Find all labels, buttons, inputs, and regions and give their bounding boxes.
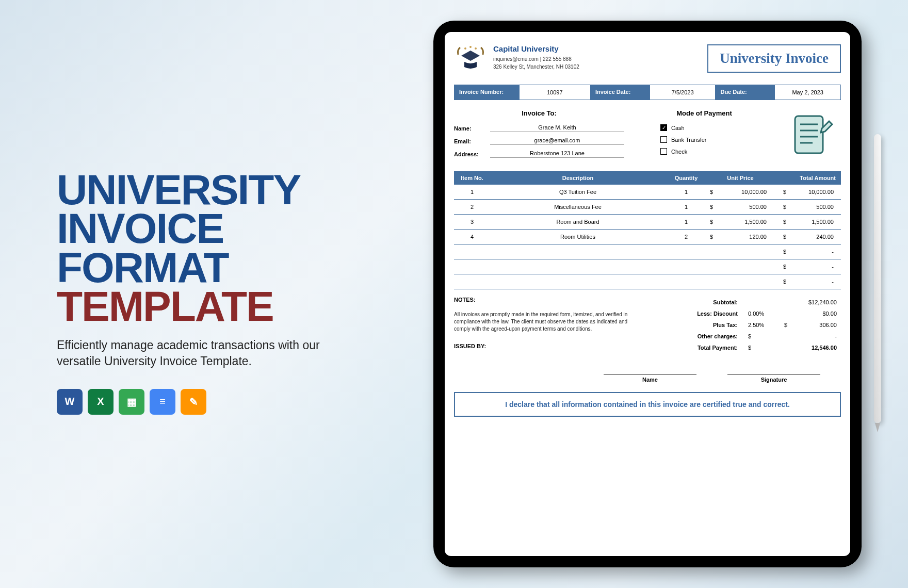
table-row: 4Room Utilities2$120.00$240.00 (454, 230, 841, 244)
other-charges-label: Other charges: (640, 333, 748, 339)
total-payment-value: 12,546.00 (784, 345, 841, 351)
checkbox-icon[interactable]: ✓ (660, 124, 667, 131)
cell-total: $10,000.00 (774, 185, 841, 199)
cell-unit-price: $10,000.00 (707, 185, 774, 199)
cell-item-no: 3 (454, 215, 490, 229)
cell-quantity: 1 (666, 200, 707, 214)
excel-icon: X (88, 389, 113, 415)
tax-label: Plus Tax: (640, 322, 748, 328)
cell-total: $500.00 (774, 200, 841, 214)
billto-address-value: Roberstone 123 Lane (490, 150, 624, 158)
total-currency: $ (748, 345, 784, 351)
cell-total-empty: $- (774, 274, 841, 289)
stylus-icon (874, 134, 881, 423)
cell-quantity: 1 (666, 185, 707, 199)
cell-item-no: 2 (454, 200, 490, 214)
table-row: 2Miscellaneous Fee1$500.00$500.00 (454, 200, 841, 215)
invoice-meta-bar: Invoice Number: 10097 Invoice Date: 7/5/… (454, 85, 841, 100)
format-icons-row: W X ▦ ≡ ✎ (57, 389, 335, 415)
svg-rect-3 (795, 116, 823, 153)
svg-point-2 (475, 47, 477, 50)
subtotal-value: $12,240.00 (784, 299, 841, 305)
cell-item-no: 4 (454, 230, 490, 244)
table-row-empty: $- (454, 259, 841, 274)
cell-description: Q3 Tuition Fee (490, 185, 666, 199)
tablet-frame: Capital University inquiries@cmu.com | 2… (433, 21, 862, 567)
word-icon: W (57, 389, 83, 415)
promo-title-line-3: FORMAT (57, 248, 335, 287)
invoice-date-value: 7/5/2023 (650, 85, 716, 100)
payment-option[interactable]: ✓Cash (660, 124, 774, 131)
payment-option-label: Cash (671, 125, 685, 131)
invoice-number-label: Invoice Number: (454, 85, 520, 100)
col-total: Total Amount (774, 171, 841, 185)
payment-option-label: Bank Transfer (671, 137, 706, 143)
billto-name-label: Name: (454, 125, 490, 132)
invoice-number-value: 10097 (520, 85, 590, 100)
invoice-document: Capital University inquiries@cmu.com | 2… (445, 32, 850, 556)
billto-email-value: grace@email.com (490, 137, 624, 145)
notes-text: All invoices are promptly made in the re… (454, 311, 630, 333)
table-row: 1Q3 Tuition Fee1$10,000.00$10,000.00 (454, 185, 841, 200)
subtotal-label: Subtotal: (640, 299, 748, 305)
cell-quantity: 1 (666, 215, 707, 229)
cell-quantity: 2 (666, 230, 707, 244)
cell-item-no: 1 (454, 185, 490, 199)
cell-unit-price: $1,500.00 (707, 215, 774, 229)
document-pencil-icon (784, 109, 841, 163)
notes-title: NOTES: (454, 297, 630, 303)
discount-label: Less: Discount (640, 311, 748, 317)
invoice-to-title: Invoice To: (454, 109, 624, 117)
col-quantity: Quantity (666, 171, 707, 185)
invoice-date-label: Invoice Date: (590, 85, 650, 100)
promo-title-line-1: UNIVERSITY (57, 170, 335, 209)
col-description: Description (490, 171, 666, 185)
invoice-title: University Invoice (707, 44, 841, 73)
cell-total-empty: $- (774, 259, 841, 274)
billto-name-value: Grace M. Keith (490, 124, 624, 132)
payment-mode-title: Mode of Payment (635, 109, 774, 117)
cell-unit-price: $500.00 (707, 200, 774, 214)
cell-total: $1,500.00 (774, 215, 841, 229)
other-value: - (784, 333, 841, 339)
discount-pct: 0.00% (748, 311, 784, 317)
docs-icon: ≡ (150, 389, 175, 415)
svg-point-1 (469, 46, 472, 48)
cell-unit-price: $120.00 (707, 230, 774, 244)
cell-description: Room Utilities (490, 230, 666, 244)
sheets-icon: ▦ (119, 389, 144, 415)
payment-option[interactable]: Bank Transfer (660, 136, 774, 143)
org-contact: inquiries@cmu.com | 222 555 888 (493, 55, 701, 63)
payment-option-label: Check (671, 149, 687, 155)
payment-option[interactable]: Check (660, 148, 774, 155)
org-address: 326 Kelley St, Manchester, NH 03102 (493, 63, 701, 71)
signature-label: Signature (727, 374, 820, 383)
table-row-empty: $- (454, 274, 841, 289)
tax-pct: 2.50% (748, 322, 784, 328)
checkbox-icon[interactable] (660, 148, 667, 155)
signature-name-label: Name (604, 374, 696, 383)
total-payment-label: Total Payment: (640, 345, 748, 351)
other-currency: $ (748, 333, 784, 339)
cell-description: Room and Board (490, 215, 666, 229)
tax-value: 306.00 (819, 322, 837, 328)
promo-title-line-2: INVOICE (57, 209, 335, 248)
issued-by-label: ISSUED BY: (454, 343, 630, 349)
table-row-empty: $- (454, 244, 841, 259)
promo-panel: UNIVERSITY INVOICE FORMAT TEMPLATE Effic… (57, 170, 335, 415)
declaration-text: I declare that all information contained… (454, 392, 841, 417)
discount-value: $0.00 (784, 311, 841, 317)
pages-icon: ✎ (181, 389, 206, 415)
checkbox-icon[interactable] (660, 136, 667, 143)
billto-address-label: Address: (454, 151, 490, 157)
university-logo-icon (454, 44, 487, 77)
due-date-label: Due Date: (715, 85, 775, 100)
cell-total-empty: $- (774, 244, 841, 259)
tax-currency: $ (784, 322, 787, 328)
col-unit-price: Unit Price (707, 171, 774, 185)
promo-subtitle: Efficiently manage academic transactions… (57, 337, 335, 369)
svg-point-0 (464, 47, 466, 50)
org-name: Capital University (493, 44, 701, 53)
cell-total: $240.00 (774, 230, 841, 244)
col-item-no: Item No. (454, 171, 490, 185)
